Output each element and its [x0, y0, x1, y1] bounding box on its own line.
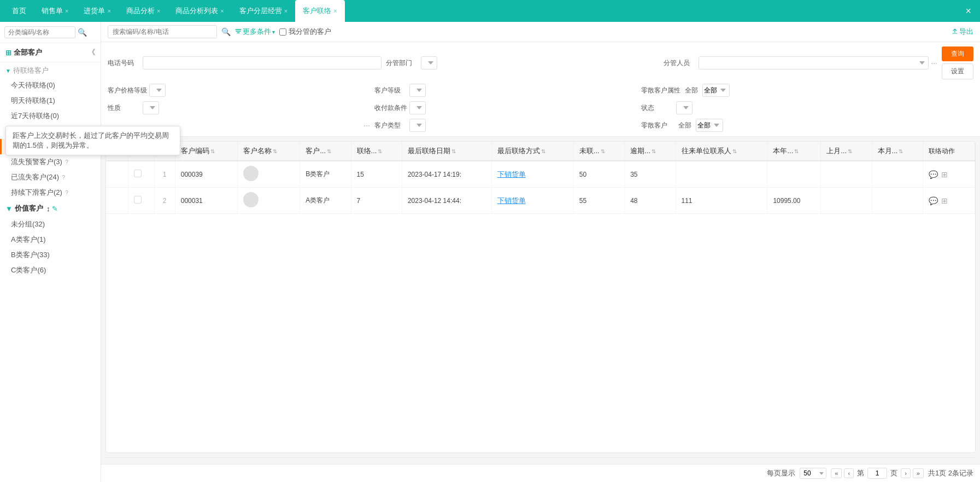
- nature-select[interactable]: [143, 101, 159, 114]
- customer-search-icon[interactable]: 🔍: [221, 27, 231, 36]
- contact-column-header[interactable]: 联络...⇅: [351, 142, 402, 161]
- contact-person-sort-icon[interactable]: ⇅: [732, 148, 737, 154]
- nav-close-analysis-list[interactable]: ×: [220, 8, 224, 14]
- row2-more-icon[interactable]: ⊞: [941, 196, 948, 205]
- declining-info-icon[interactable]: ?: [65, 190, 68, 196]
- query-button[interactable]: 查询: [942, 47, 973, 61]
- settings-button[interactable]: 设置: [942, 63, 973, 79]
- nav-home[interactable]: 首页: [4, 0, 34, 22]
- uncontacted-sort-icon[interactable]: ⇅: [601, 148, 605, 154]
- customer-search-input[interactable]: [108, 25, 217, 38]
- row2-checkbox[interactable]: [128, 188, 154, 214]
- price-level-select[interactable]: [149, 84, 166, 97]
- nav-analysis-list[interactable]: 商品分析列表 ×: [168, 0, 231, 22]
- contact-person-column-header[interactable]: 往来单位联系人⇅: [676, 142, 767, 161]
- name-column-header[interactable]: 客户名称⇅: [237, 142, 300, 161]
- last-page-btn[interactable]: »: [913, 468, 924, 478]
- window-close-btn[interactable]: ×: [961, 5, 976, 17]
- sidebar-b-customers[interactable]: B类客户(33): [0, 247, 101, 263]
- nav-product-analysis[interactable]: 商品分析 ×: [119, 0, 168, 22]
- sidebar-collapse-icon[interactable]: 《: [88, 48, 95, 57]
- next-page-btn[interactable]: ›: [901, 468, 911, 478]
- phone-input[interactable]: [143, 56, 382, 69]
- nav-customer-contact[interactable]: 客户联络 ×: [295, 0, 344, 22]
- horizontal-scrollbar[interactable]: [105, 457, 976, 464]
- filter-more-dots[interactable]: ···: [363, 121, 370, 130]
- nav-close-tier[interactable]: ×: [284, 8, 287, 14]
- overdue-column-header[interactable]: 逾期...⇅: [625, 142, 676, 161]
- last-method-column-header[interactable]: 最后联络方式⇅: [491, 142, 573, 161]
- uncontacted-column-header[interactable]: 未联...⇅: [573, 142, 624, 161]
- row1-last-method[interactable]: 下销货单: [491, 161, 573, 188]
- sidebar-lost-pre[interactable]: 流失预警客户(3) ?: [0, 154, 101, 170]
- this-month-sort-icon[interactable]: ⇅: [899, 148, 903, 154]
- sidebar-c-customers[interactable]: C类客户(6): [0, 263, 101, 278]
- code-sort-icon[interactable]: ⇅: [210, 148, 215, 154]
- row2-contact: 7: [351, 188, 402, 214]
- row1-more-icon[interactable]: ⊞: [941, 170, 948, 179]
- sidebar-declining[interactable]: 持续下滑客户(2) ?: [0, 185, 101, 200]
- value-edit-icon[interactable]: ✎: [52, 205, 58, 213]
- nav-close-analysis[interactable]: ×: [157, 8, 160, 14]
- this-year-sort-icon[interactable]: ⇅: [794, 148, 799, 154]
- nav-close-purchase[interactable]: ×: [107, 8, 110, 14]
- customer-type-select[interactable]: [409, 119, 426, 132]
- last-date-column-header[interactable]: 最后联络日期⇅: [402, 142, 491, 161]
- this-month-column-header[interactable]: 本月...⇅: [872, 142, 923, 161]
- page-size-select[interactable]: 50 20 100: [800, 468, 826, 479]
- dept-select[interactable]: [421, 56, 437, 69]
- last-method-sort-icon[interactable]: ⇅: [541, 148, 545, 154]
- sidebar-search-input[interactable]: [4, 26, 75, 38]
- status-select[interactable]: [676, 101, 693, 114]
- type-column-header[interactable]: 客户...⇅: [300, 142, 351, 161]
- last-month-sort-icon[interactable]: ⇅: [848, 148, 852, 154]
- last-month-column-header[interactable]: 上月...⇅: [821, 142, 872, 161]
- overdue-sort-icon[interactable]: ⇅: [652, 148, 656, 154]
- row1-chat-icon[interactable]: 💬: [929, 170, 938, 179]
- sidebar-a-customers[interactable]: A类客户(1): [0, 232, 101, 247]
- row1-last-method-link[interactable]: 下销货单: [497, 170, 526, 178]
- sidebar-today-pending[interactable]: 今天待联络(0): [0, 78, 101, 93]
- row1-checkbox[interactable]: [128, 161, 154, 188]
- sidebar-search-icon[interactable]: 🔍: [78, 28, 87, 37]
- sidebar-value-group-header: ▼ 价值客户 ↕ ✎: [0, 200, 101, 217]
- nav-sales[interactable]: 销售单 ×: [34, 0, 76, 22]
- sidebar-7days-pending[interactable]: 近7天待联络(0): [0, 108, 101, 124]
- page-input[interactable]: [867, 468, 887, 479]
- contact-sort-icon[interactable]: ⇅: [378, 148, 382, 154]
- sidebar-pending-group[interactable]: ▼ 待联络客户: [0, 62, 101, 78]
- export-btn[interactable]: 导出: [952, 27, 973, 37]
- row2-last-method-link[interactable]: 下销货单: [497, 196, 526, 205]
- last-date-sort-icon[interactable]: ⇅: [451, 148, 456, 154]
- this-year-column-header[interactable]: 本年...⇅: [767, 142, 821, 161]
- name-sort-icon[interactable]: ⇅: [273, 148, 277, 154]
- nav-close-sales[interactable]: ×: [65, 8, 68, 14]
- lost-pre-info-icon[interactable]: ?: [65, 159, 68, 165]
- sidebar-lost-actual[interactable]: 已流失客户(24) ?: [0, 170, 101, 185]
- nav-purchase[interactable]: 进货单 ×: [76, 0, 118, 22]
- row2-chat-icon[interactable]: 💬: [929, 196, 938, 205]
- code-column-header[interactable]: 客户编码⇅: [175, 142, 237, 161]
- prev-page-btn[interactable]: ‹: [844, 468, 854, 478]
- value-sort-icon[interactable]: ↕: [46, 205, 50, 213]
- my-customers-checkbox-label[interactable]: 我分管的客户: [279, 27, 331, 37]
- my-customers-checkbox[interactable]: [279, 28, 286, 36]
- lost-actual-info-icon[interactable]: ?: [62, 175, 65, 181]
- row1-checkbox-input[interactable]: [134, 170, 142, 177]
- nav-close-contact[interactable]: ×: [333, 8, 337, 14]
- first-page-btn[interactable]: «: [831, 468, 842, 478]
- more-conditions-btn[interactable]: 更多条件 ▾: [235, 27, 275, 37]
- nav-customer-tier[interactable]: 客户分层经营 ×: [232, 0, 295, 22]
- row2-checkbox-input[interactable]: [134, 196, 142, 204]
- sidebar-all-customers[interactable]: ⊞ 全部客户 《: [0, 43, 101, 62]
- manager-dots[interactable]: ···: [931, 59, 937, 67]
- manager-select[interactable]: [699, 56, 929, 69]
- type-sort-icon[interactable]: ⇅: [327, 148, 331, 154]
- payment-select[interactable]: [409, 101, 426, 114]
- sidebar-ungrouped[interactable]: 未分组(32): [0, 217, 101, 232]
- scattered-select[interactable]: 全部: [696, 119, 723, 132]
- row2-last-method[interactable]: 下销货单: [491, 188, 573, 214]
- customer-level-select[interactable]: [409, 84, 426, 97]
- sidebar-tomorrow-pending[interactable]: 明天待联络(1): [0, 93, 101, 108]
- scattered-attr-select[interactable]: 全部: [702, 84, 730, 97]
